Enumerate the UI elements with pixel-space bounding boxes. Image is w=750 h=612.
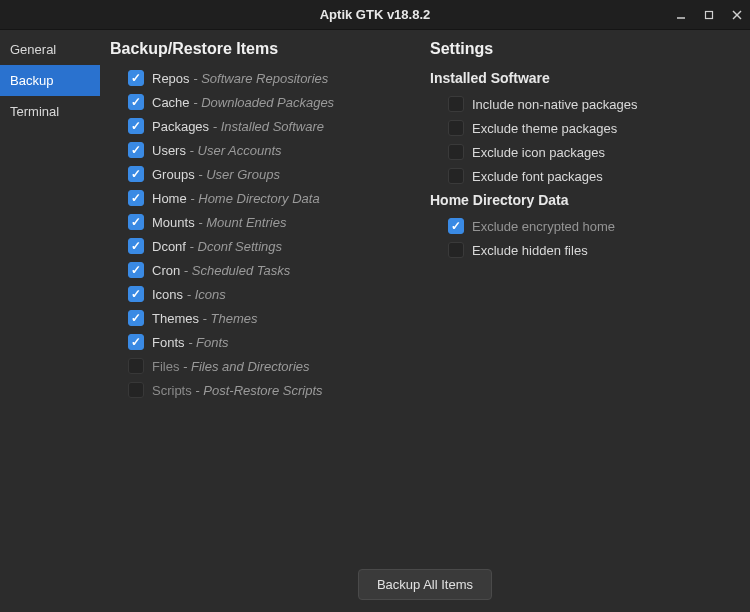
window-controls [676,10,742,20]
backup-checkbox-cache[interactable] [128,94,144,110]
columns: Backup/Restore Items Repos - Software Re… [100,30,750,559]
backup-label-cache: Cache - Downloaded Packages [152,95,334,110]
svg-rect-1 [706,11,713,18]
backup-label-scripts: Scripts - Post-Restore Scripts [152,383,323,398]
backup-checkbox-groups[interactable] [128,166,144,182]
settings-checkbox[interactable] [448,96,464,112]
backup-label-mounts: Mounts - Mount Entries [152,215,286,230]
backup-item-mounts: Mounts - Mount Entries [110,214,420,230]
settings-option: Exclude icon packages [430,144,740,160]
backup-label-home: Home - Home Directory Data [152,191,320,206]
settings-option: Include non-native packages [430,96,740,112]
titlebar: Aptik GTK v18.8.2 [0,0,750,30]
backup-checkbox-users[interactable] [128,142,144,158]
content: Backup/Restore Items Repos - Software Re… [100,30,750,612]
main: General Backup Terminal Backup/Restore I… [0,30,750,612]
sidebar-item-general[interactable]: General [0,34,100,65]
sidebar: General Backup Terminal [0,30,100,612]
settings-option: Exclude encrypted home [430,218,740,234]
maximize-icon[interactable] [704,10,714,20]
backup-item-cron: Cron - Scheduled Tasks [110,262,420,278]
backup-label-packages: Packages - Installed Software [152,119,324,134]
backup-checkbox-home[interactable] [128,190,144,206]
backup-column: Backup/Restore Items Repos - Software Re… [110,40,420,559]
settings-checkbox[interactable] [448,168,464,184]
backup-checkbox-icons[interactable] [128,286,144,302]
backup-item-dconf: Dconf - Dconf Settings [110,238,420,254]
window-title: Aptik GTK v18.8.2 [320,7,431,22]
settings-checkbox[interactable] [448,242,464,258]
settings-option-label: Exclude hidden files [472,243,588,258]
backup-checkbox-scripts[interactable] [128,382,144,398]
backup-label-fonts: Fonts - Fonts [152,335,229,350]
backup-item-groups: Groups - User Groups [110,166,420,182]
settings-option-label: Exclude encrypted home [472,219,615,234]
backup-checkbox-cron[interactable] [128,262,144,278]
settings-column: Settings Installed SoftwareInclude non-n… [430,40,740,559]
settings-option-label: Exclude font packages [472,169,603,184]
backup-item-home: Home - Home Directory Data [110,190,420,206]
backup-all-button[interactable]: Backup All Items [358,569,492,600]
backup-label-files: Files - Files and Directories [152,359,310,374]
settings-option: Exclude font packages [430,168,740,184]
backup-label-themes: Themes - Themes [152,311,258,326]
settings-checkbox[interactable] [448,218,464,234]
backup-title: Backup/Restore Items [110,40,420,58]
settings-section-title: Installed Software [430,70,740,86]
backup-item-scripts: Scripts - Post-Restore Scripts [110,382,420,398]
backup-item-packages: Packages - Installed Software [110,118,420,134]
backup-checkbox-mounts[interactable] [128,214,144,230]
settings-checkbox[interactable] [448,144,464,160]
minimize-icon[interactable] [676,10,686,20]
backup-label-repos: Repos - Software Repositories [152,71,328,86]
backup-item-cache: Cache - Downloaded Packages [110,94,420,110]
sidebar-item-backup[interactable]: Backup [0,65,100,96]
backup-label-icons: Icons - Icons [152,287,226,302]
backup-checkbox-fonts[interactable] [128,334,144,350]
backup-item-fonts: Fonts - Fonts [110,334,420,350]
settings-section-title: Home Directory Data [430,192,740,208]
backup-label-groups: Groups - User Groups [152,167,280,182]
settings-checkbox[interactable] [448,120,464,136]
backup-item-files: Files - Files and Directories [110,358,420,374]
sidebar-item-terminal[interactable]: Terminal [0,96,100,127]
backup-item-users: Users - User Accounts [110,142,420,158]
backup-checkbox-dconf[interactable] [128,238,144,254]
backup-item-icons: Icons - Icons [110,286,420,302]
backup-label-users: Users - User Accounts [152,143,282,158]
settings-option-label: Exclude icon packages [472,145,605,160]
backup-label-dconf: Dconf - Dconf Settings [152,239,282,254]
backup-item-themes: Themes - Themes [110,310,420,326]
settings-option-label: Include non-native packages [472,97,638,112]
close-icon[interactable] [732,10,742,20]
backup-checkbox-files[interactable] [128,358,144,374]
backup-checkbox-packages[interactable] [128,118,144,134]
backup-checkbox-themes[interactable] [128,310,144,326]
settings-option-label: Exclude theme packages [472,121,617,136]
settings-title: Settings [430,40,740,58]
settings-option: Exclude theme packages [430,120,740,136]
backup-label-cron: Cron - Scheduled Tasks [152,263,290,278]
backup-item-repos: Repos - Software Repositories [110,70,420,86]
backup-checkbox-repos[interactable] [128,70,144,86]
settings-option: Exclude hidden files [430,242,740,258]
footer: Backup All Items [100,559,750,612]
